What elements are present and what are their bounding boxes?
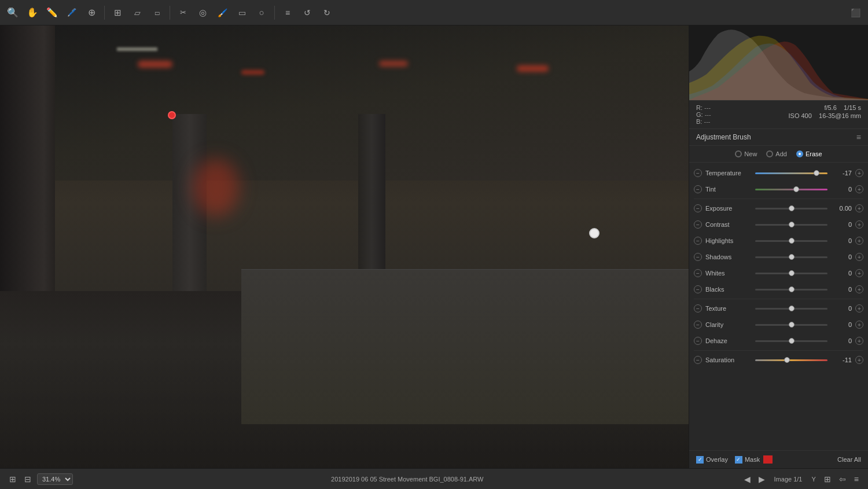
temperature-thumb[interactable] [814,170,819,176]
saturation-thumb[interactable] [784,357,790,363]
clarity-thumb[interactable] [789,322,795,328]
clarity-slider[interactable] [755,320,827,329]
eyedropper-tool[interactable]: 🖊️ [64,5,80,21]
tint-slider[interactable] [755,185,827,194]
exposure-thumb[interactable] [789,205,795,211]
texture-thumb[interactable] [789,306,795,311]
aperture-shutter: f/5.6 1/15 s [824,104,861,111]
shadows-thumb[interactable] [789,254,795,260]
redo-tool[interactable]: ↻ [319,5,335,21]
tint-minus[interactable]: − [694,185,702,193]
next-image-button[interactable]: ▶ [756,473,767,485]
view-options-button[interactable]: ≡ [852,473,861,485]
contrast-minus[interactable]: − [694,220,702,229]
g-value: --- [705,111,711,118]
dehaze-thumb[interactable] [789,338,795,344]
soft-proof-button[interactable]: Y [809,475,818,484]
spot-removal-tool[interactable]: ✂ [175,5,191,21]
tint-thumb[interactable] [793,186,799,192]
hand-tool[interactable]: ✋ [24,5,41,21]
texture-plus[interactable]: + [855,304,863,312]
spot-icon: ✂ [180,8,186,17]
separator-3 [274,6,275,20]
dehaze-minus[interactable]: − [694,337,702,345]
temperature-plus[interactable]: + [855,169,863,177]
zoom-dropdown[interactable]: 31.4% 25% 50% 100% Fit [37,473,73,485]
saturation-plus[interactable]: + [855,356,863,364]
mode-new[interactable]: New [735,150,757,157]
mask-checkbox[interactable] [735,456,742,464]
clear-all-button[interactable]: Clear All [837,456,861,463]
target-tool[interactable]: ⊕ [83,5,100,21]
shadows-plus[interactable]: + [855,253,863,261]
pin-red[interactable] [168,111,176,119]
whites-plus[interactable]: + [855,269,863,277]
mode-add-radio[interactable] [766,150,773,157]
mask-color-swatch[interactable] [763,455,773,464]
contrast-slider[interactable] [755,220,827,229]
highlights-plus[interactable]: + [855,237,863,245]
pin-white[interactable] [589,228,599,238]
tint-plus[interactable]: + [855,185,863,193]
brush-pencil-tool[interactable]: ✏️ [44,5,60,21]
exposure-slider[interactable] [755,204,827,213]
saturation-slider[interactable] [755,355,827,365]
mode-add[interactable]: Add [766,150,787,157]
mode-erase-radio[interactable] [796,150,803,157]
list-tool[interactable]: ≡ [279,5,296,21]
overlay-checkbox-item[interactable]: Overlay [696,456,728,464]
clarity-minus[interactable]: − [694,321,702,329]
blacks-minus[interactable]: − [694,285,702,293]
back-button[interactable]: ⇦ [837,473,848,485]
texture-value: 0 [831,305,852,312]
canvas-area[interactable] [0,25,689,468]
highlights-slider[interactable] [755,236,827,245]
crop-tool[interactable]: ⊞ [109,5,126,21]
highlights-minus[interactable]: − [694,237,702,245]
exposure-plus[interactable]: + [855,204,863,212]
whites-thumb[interactable] [789,270,795,276]
adjustment-brush-tool[interactable]: 🖌️ [214,5,230,21]
contrast-thumb[interactable] [789,222,795,227]
overlay-checkbox[interactable] [696,456,704,464]
dehaze-slider[interactable] [755,336,827,345]
texture-slider[interactable] [755,304,827,313]
aperture-value: f/5.6 [824,104,836,111]
zoom-display: 31.4% 25% 50% 100% Fit [37,473,73,485]
divider-3 [694,350,863,351]
dehaze-plus[interactable]: + [855,337,863,345]
whites-slider[interactable] [755,269,827,278]
before-after-button[interactable]: ⊞ [822,473,833,485]
straighten-tool[interactable]: ▱ [129,5,145,21]
oval-select-tool[interactable]: ○ [253,5,270,21]
shadows-slider[interactable] [755,252,827,262]
contrast-plus[interactable]: + [855,220,863,229]
blacks-slider[interactable] [755,285,827,294]
highlights-thumb[interactable] [789,238,795,244]
mode-erase[interactable]: Erase [796,150,822,157]
eyedropper-icon: 🖊️ [67,8,76,17]
panel-settings-icon[interactable]: ≡ [856,133,861,142]
saturation-minus[interactable]: − [694,356,702,364]
texture-minus[interactable]: − [694,304,702,312]
mode-new-radio[interactable] [735,150,742,157]
blacks-plus[interactable]: + [855,285,863,293]
temperature-minus[interactable]: − [694,169,702,177]
blacks-thumb[interactable] [789,286,795,292]
undo-tool[interactable]: ↺ [299,5,315,21]
rect-select-tool[interactable]: ▭ [234,5,250,21]
temperature-slider[interactable] [755,168,827,178]
expand-button[interactable]: ⊞ [7,473,19,485]
collapse-button[interactable]: ⊟ [22,473,34,485]
mask-checkbox-item[interactable]: Mask [735,456,760,464]
whites-minus[interactable]: − [694,269,702,277]
clarity-plus[interactable]: + [855,321,863,329]
shadows-minus[interactable]: − [694,253,702,261]
exposure-minus[interactable]: − [694,204,702,212]
perspective-tool[interactable]: ▭ [149,5,165,21]
radial-filter-tool[interactable]: ◎ [194,5,211,21]
prev-image-button[interactable]: ◀ [742,473,753,485]
zoom-tool[interactable]: 🔍 [5,5,21,21]
shadows-value: 0 [831,253,852,260]
export-button[interactable]: ⬛ [847,5,863,21]
